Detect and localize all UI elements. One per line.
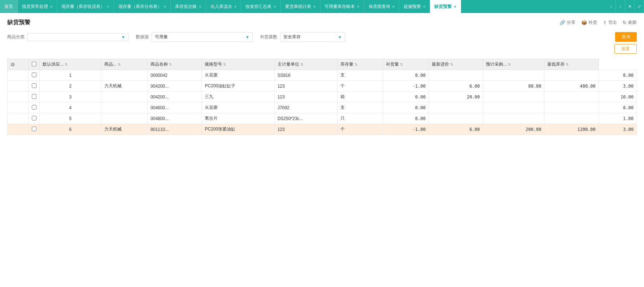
td-est-purchase-0 <box>544 70 599 81</box>
filter-buttons: 查询 设置 <box>614 32 637 54</box>
td-num-5: 6 <box>40 124 101 135</box>
td-checkbox-1[interactable] <box>29 81 40 92</box>
tab-overstock[interactable]: 超储预警 × <box>399 0 430 13</box>
td-unit-0: 支 <box>337 70 383 81</box>
select-all-checkbox[interactable] <box>32 62 36 66</box>
td-gear-4 <box>8 113 29 124</box>
td-num-0: 1 <box>40 70 101 81</box>
table-row: 5 004800... 离合片 DS250*23c... 只 0.00 1.00 <box>8 113 637 124</box>
td-replenish-5: 6.00 <box>428 124 483 135</box>
td-min-stock-3: 8.00 <box>599 102 636 113</box>
tab-close-all-btn[interactable]: ✕ <box>625 0 635 13</box>
page-content: 缺货预警 🔗 分享 📦 补货 ⇧ 导出 ↻ 刷新 商品分类 <box>0 13 644 287</box>
tab-abnormal[interactable]: 拣货异常处理 × <box>18 0 57 13</box>
sort-supplier[interactable]: 默认供应... ⇅ <box>43 61 98 67</box>
table-row: 1 0000042 火花塞 SS816 支 0.00 8.00 <box>8 70 637 81</box>
row-checkbox-5[interactable] <box>32 127 36 131</box>
sort-unit[interactable]: 主计量单位 ⇅ <box>278 61 334 67</box>
tab-home[interactable]: 首页 <box>0 0 18 13</box>
settings-button[interactable]: 设置 <box>614 44 637 54</box>
export-button[interactable]: ⇧ 导出 <box>603 19 617 26</box>
tab-inventory-dist[interactable]: 现存量（库存分布表） × <box>114 0 171 13</box>
td-goods-code-3: 004600... <box>148 102 202 113</box>
td-gear-0 <box>8 70 29 81</box>
tab-close-batch-account[interactable]: × <box>199 4 201 9</box>
td-checkbox-0[interactable] <box>29 70 40 81</box>
td-checkbox-4[interactable] <box>29 113 40 124</box>
tab-close-inout-flow[interactable]: × <box>234 4 236 9</box>
sort-goods-name[interactable]: 商品名称 ⇅ <box>151 61 199 67</box>
tab-demand-stats[interactable]: 要货单统计表 × <box>281 0 320 13</box>
tab-close-expiry-query[interactable]: × <box>392 4 395 9</box>
td-latest-price-4 <box>483 113 544 124</box>
sort-supplier-icon: ⇅ <box>65 62 68 66</box>
td-num-2: 3 <box>40 92 101 102</box>
tab-fullscreen-btn[interactable]: ⤢ <box>635 0 644 13</box>
tab-close-inventory-status[interactable]: × <box>107 4 109 9</box>
td-goods-name-0: 火花塞 <box>202 70 274 81</box>
td-stock-5: -1.00 <box>383 124 429 135</box>
tab-close-abnormal[interactable]: × <box>50 4 52 9</box>
tab-shortage[interactable]: 缺货预警 × <box>430 0 461 13</box>
td-min-stock-1: 3.00 <box>599 81 636 92</box>
data-table: ⚙ 默认供应... ⇅ 商品... ⇅ <box>7 59 637 135</box>
tab-expiry-query[interactable]: 保质期查询 × <box>364 0 399 13</box>
tab-close-available-ledger[interactable]: × <box>357 4 359 9</box>
sort-unit-icon: ⇅ <box>300 62 303 66</box>
tab-available-ledger[interactable]: 可用量库存账本 × <box>320 0 364 13</box>
tab-scroll-right-btn[interactable]: › <box>616 0 625 13</box>
header-actions: 🔗 分享 📦 补货 ⇧ 导出 ↻ 刷新 <box>560 19 637 26</box>
tab-scroll-left-btn[interactable]: ‹ <box>606 0 616 13</box>
td-min-stock-2: 10.00 <box>599 92 636 102</box>
sort-spec[interactable]: 规格型号 ⇅ <box>205 61 271 67</box>
th-checkbox[interactable] <box>29 59 40 70</box>
td-supplier-3 <box>101 102 148 113</box>
row-checkbox-3[interactable] <box>32 105 36 110</box>
sort-latest-price[interactable]: 最新进价 ⇅ <box>432 61 480 67</box>
row-checkbox-2[interactable] <box>32 94 36 99</box>
row-checkbox-0[interactable] <box>32 72 36 77</box>
td-checkbox-5[interactable] <box>29 124 40 135</box>
tab-close-receive-summary[interactable]: × <box>274 4 276 9</box>
replenish-base-select[interactable]: 安全库存 ▼ <box>280 32 345 42</box>
sort-stock[interactable]: 库存量 ⇅ <box>340 61 380 67</box>
datasource-label: 数据源 <box>136 34 149 40</box>
replenish-button[interactable]: 📦 补货 <box>581 19 597 26</box>
tab-close-demand-stats[interactable]: × <box>313 4 316 9</box>
tab-close-inventory-dist[interactable]: × <box>164 4 166 9</box>
sort-replenish[interactable]: 补货量 ⇅ <box>386 61 426 67</box>
sort-goods-code[interactable]: 商品... ⇅ <box>104 61 145 67</box>
page-title: 缺货预警 <box>7 19 30 26</box>
td-checkbox-3[interactable] <box>29 102 40 113</box>
row-checkbox-1[interactable] <box>32 83 36 88</box>
tab-close-shortage[interactable]: × <box>454 4 456 9</box>
th-supplier: 默认供应... ⇅ <box>40 59 101 70</box>
td-replenish-0 <box>428 70 483 81</box>
td-stock-1: -1.00 <box>383 81 429 92</box>
tab-receive-summary[interactable]: 收发存汇总表 × <box>241 0 280 13</box>
share-button[interactable]: 🔗 分享 <box>560 19 575 26</box>
datasource-select[interactable]: 可用量 ▼ <box>152 32 253 42</box>
th-settings[interactable]: ⚙ <box>8 59 29 70</box>
replenish-base-label: 补货基数 <box>260 34 277 40</box>
category-filter-group: 商品分类 ▼ <box>7 33 129 41</box>
th-stock: 库存量 ⇅ <box>337 59 383 70</box>
td-supplier-2 <box>101 92 148 102</box>
tab-close-overstock[interactable]: × <box>423 4 425 9</box>
tab-batch-account[interactable]: 库存批次账 × <box>171 0 206 13</box>
column-settings-icon[interactable]: ⚙ <box>10 62 15 67</box>
refresh-button[interactable]: ↻ 刷新 <box>623 19 637 26</box>
replenish-base-value: 安全库存 <box>283 34 301 40</box>
sort-min-stock[interactable]: 最低库存 ⇅ <box>547 61 595 67</box>
td-checkbox-2[interactable] <box>29 92 40 102</box>
sort-est-purchase-icon: ⇅ <box>508 62 511 66</box>
export-icon: ⇧ <box>603 20 607 25</box>
tab-inventory-status[interactable]: 现存量（库存状况表） × <box>57 0 114 13</box>
td-est-purchase-5: 1200.00 <box>544 124 599 135</box>
tab-inout-flow[interactable]: 出入库流水 × <box>206 0 241 13</box>
sort-est-purchase[interactable]: 预计采购... ⇅ <box>486 61 541 67</box>
row-checkbox-4[interactable] <box>32 116 36 120</box>
category-select[interactable]: ▼ <box>27 33 129 41</box>
td-min-stock-5: 3.00 <box>599 124 636 135</box>
query-button[interactable]: 查询 <box>615 32 637 42</box>
